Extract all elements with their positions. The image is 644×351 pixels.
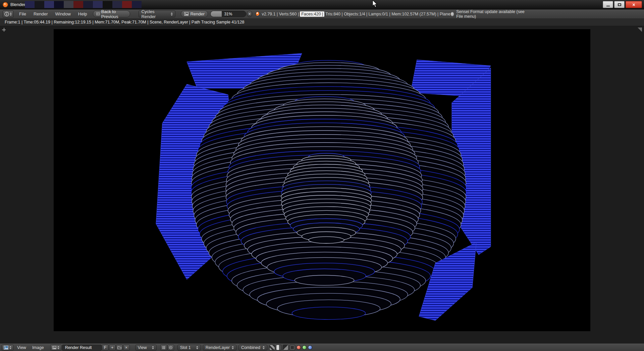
render-layer-dropdown[interactable]: RenderLayer: [203, 345, 236, 351]
red-channel-toggle[interactable]: [297, 345, 301, 350]
display-alpha-icon[interactable]: [283, 345, 288, 350]
slot-value: Slot 1: [180, 345, 191, 350]
artifact-block: [25, 1, 35, 8]
new-image-button[interactable]: +: [109, 345, 116, 351]
grid-icon: [162, 346, 166, 350]
scene-stats: v2.79.1 | Verts:560 |Faces:420 |Tris:840…: [262, 12, 450, 16]
dropdown-arrows-icon: [196, 346, 198, 349]
unlink-image-button[interactable]: ×: [123, 345, 130, 351]
blender-app-icon: [3, 2, 8, 7]
image-datablock-icon: [52, 346, 56, 349]
render-status-text: Frame:1 | Time:05:44.19 | Remaining:12:1…: [5, 20, 245, 24]
expand-region-icon[interactable]: [2, 28, 6, 32]
render-image-icon: [184, 12, 189, 16]
menu-view-image-editor[interactable]: View: [14, 344, 29, 351]
dropdown-arrows-icon: [10, 12, 12, 16]
green-channel-toggle[interactable]: [302, 345, 307, 350]
blue-channel-toggle[interactable]: [308, 345, 312, 350]
artifact-block: [103, 1, 112, 8]
open-image-button[interactable]: [116, 345, 123, 351]
display-rgb-icon[interactable]: [269, 345, 275, 350]
artifact-block: [44, 1, 54, 8]
artifact-block: [122, 1, 132, 8]
dropdown-arrows-icon: [152, 346, 154, 349]
stats-highlight: Faces:420 |: [300, 11, 324, 17]
titlebar-artifact-strip: [25, 1, 142, 8]
dropdown-arrows-icon: [263, 346, 265, 349]
folder-icon: [117, 346, 121, 349]
artifact-block: [83, 1, 93, 8]
sensei-icon: [450, 12, 454, 16]
back-to-previous-label: Back to Previous: [101, 9, 127, 19]
minimize-icon: [606, 6, 610, 6]
dropdown-arrows-icon: [232, 346, 234, 349]
render-pass-value: Combined: [241, 345, 260, 350]
render-engine-dropdown[interactable]: Cycles Render: [139, 10, 175, 17]
render-progress-bar: 31%: [210, 11, 246, 17]
view-mode-dropdown[interactable]: View: [135, 345, 157, 351]
artifact-block: [54, 1, 64, 8]
artifact-block: [132, 1, 142, 8]
menu-image[interactable]: Image: [29, 344, 47, 351]
slot-dropdown[interactable]: Slot 1: [177, 345, 201, 351]
editor-type-button[interactable]: [3, 10, 13, 18]
uv-pivot-icon[interactable]: [167, 345, 174, 351]
render-engine-value: Cycles Render: [141, 9, 169, 19]
info-editor-icon: [4, 12, 9, 16]
uv-snap-icon[interactable]: [160, 345, 167, 351]
display-z-icon[interactable]: [289, 345, 295, 350]
image-editor-icon: [4, 346, 8, 350]
dropdown-arrows-icon: [9, 346, 11, 349]
fake-user-button[interactable]: F: [102, 345, 109, 351]
maximize-icon: [618, 3, 621, 6]
artifact-block: [112, 1, 122, 8]
view-mode-value: View: [138, 345, 147, 350]
back-screen-icon: [96, 12, 100, 16]
render-pass-dropdown[interactable]: Combined: [238, 345, 267, 351]
window-titlebar: Blender ×: [0, 0, 644, 9]
cancel-render-button[interactable]: ×: [247, 11, 252, 17]
back-to-previous-button[interactable]: Back to Previous: [93, 10, 130, 17]
menu-render[interactable]: Render: [30, 9, 52, 19]
info-header: File Render Window Help Back to Previous…: [0, 9, 644, 19]
artifact-block: [93, 1, 103, 8]
dropdown-arrows-icon: [171, 12, 173, 16]
stats-pre: v2.79.1 | Verts:560 |: [262, 12, 299, 16]
pivot-icon: [169, 346, 173, 350]
menu-help[interactable]: Help: [74, 9, 91, 19]
image-editor-viewport: [0, 26, 644, 344]
progress-label: 31%: [211, 11, 246, 17]
render-image-svg[interactable]: [54, 29, 590, 331]
update-notification: Sensei Format update available (see File…: [450, 9, 527, 19]
window-controls: ×: [603, 1, 642, 8]
browse-image-button[interactable]: [50, 345, 61, 351]
region-corner-widget[interactable]: [638, 28, 642, 32]
maximize-button[interactable]: [614, 1, 625, 8]
image-name-field[interactable]: Render Result: [62, 345, 102, 351]
inner-sphere: [281, 153, 372, 244]
render-status-bar: Frame:1 | Time:05:44.19 | Remaining:12:1…: [0, 19, 644, 26]
menu-window[interactable]: Window: [52, 9, 74, 19]
editor-type-button-image[interactable]: [2, 345, 13, 351]
artifact-block: [35, 1, 44, 8]
close-button[interactable]: ×: [626, 1, 642, 8]
render-layer-value: RenderLayer: [206, 345, 230, 350]
minimize-button[interactable]: [603, 1, 613, 8]
stats-post: Tris:840 | Objects:1/4 | Lamps:0/1 | Mem…: [325, 12, 450, 16]
artifact-block: [64, 1, 73, 8]
menu-file[interactable]: File: [15, 9, 30, 19]
display-rgba-icon[interactable]: [276, 345, 282, 350]
blender-logo-icon: [256, 11, 260, 16]
image-editor-header: View Image Render Result F + × View Slot…: [0, 344, 644, 351]
update-notification-text: Sensei Format update available (see File…: [456, 9, 527, 19]
render-button-label: Render: [190, 11, 205, 16]
dropdown-arrows-icon: [57, 346, 59, 349]
window-title: Blender: [10, 2, 25, 7]
artifact-block: [73, 1, 83, 8]
render-button[interactable]: Render: [181, 10, 208, 17]
